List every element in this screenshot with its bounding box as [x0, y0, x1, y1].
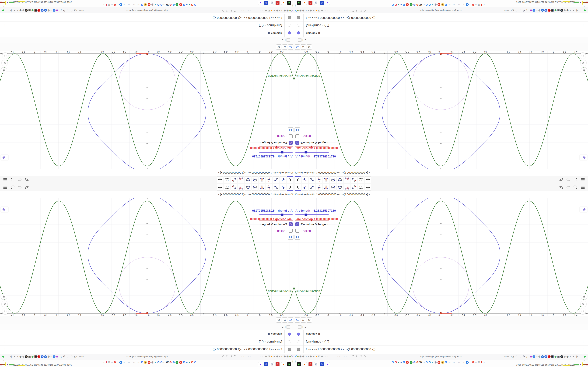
small-icon[interactable]: ◦ [346, 9, 346, 11]
arc-length-slider-handle[interactable] [280, 213, 284, 216]
tool-reflect-button[interactable] [351, 184, 357, 191]
small-icon[interactable]: G [191, 3, 193, 6]
small-icon[interactable]: ▣ [28, 9, 31, 12]
arrowleft-icon[interactable] [230, 9, 232, 12]
small-icon[interactable]: G [173, 361, 175, 364]
tool-perpendicular-line-button[interactable] [316, 176, 322, 183]
small-icon[interactable]: ● [37, 9, 40, 12]
small-icon[interactable]: ○ [461, 3, 463, 6]
small-icon[interactable]: ⚙ [308, 1, 312, 5]
graph-canvas[interactable]: -2.4-2.2-2-1.8-1.6-1.4-1.2-1-0.8-0.6-0.4… [294, 51, 588, 169]
menu-icon[interactable] [580, 185, 585, 190]
small-icon[interactable]: ○ [243, 9, 244, 11]
small-icon[interactable]: ☆ [515, 355, 518, 358]
visibility-radio[interactable] [297, 24, 300, 27]
small-icon[interactable]: 64 [320, 1, 324, 5]
small-icon[interactable]: ○ [117, 3, 119, 6]
small-icon[interactable]: Я [148, 361, 150, 364]
small-icon[interactable]: ↻ [63, 9, 65, 12]
small-icon[interactable]: ○ [104, 3, 105, 6]
extension-icons-right[interactable]: ◆A○⚙+V●Ⅲ⊕▣●◆⊕✓⚙∷ [8, 9, 58, 12]
small-icon[interactable]: ○ [131, 3, 132, 6]
tool-move-graphics-button[interactable] [365, 184, 371, 191]
small-icon[interactable]: ⊕ [31, 355, 34, 358]
small-icon[interactable]: ● [258, 362, 262, 366]
tool-circle-center-point-button[interactable] [330, 184, 336, 191]
small-icon[interactable]: G [141, 3, 143, 6]
graphics-stylebar-button[interactable] [1, 155, 9, 160]
search-icon[interactable] [573, 177, 578, 182]
tool-reflect-button[interactable] [231, 184, 237, 191]
small-icon[interactable]: Aa [511, 9, 514, 12]
small-icon[interactable]: ○ [339, 356, 340, 358]
small-icon[interactable]: ○ [126, 361, 127, 364]
shield-icon[interactable] [226, 355, 229, 358]
small-icon[interactable]: ◆ [56, 355, 58, 358]
menu-icon[interactable] [580, 177, 585, 182]
small-icon[interactable]: V [545, 355, 547, 358]
small-icon[interactable]: ⊕ [321, 9, 323, 12]
tool-move-graphics-button[interactable] [217, 184, 223, 191]
small-icon[interactable]: V [175, 3, 178, 6]
algebra-kebab-icon[interactable]: ⋮ [314, 45, 317, 49]
small-icon[interactable]: ● [155, 3, 156, 6]
small-icon[interactable]: V [41, 9, 43, 12]
tool-line-button[interactable] [273, 184, 279, 191]
small-icon[interactable]: ⊕ [302, 355, 304, 358]
small-icon[interactable]: ⊕ [284, 9, 286, 12]
url-text[interactable]: https://www.geogebra.org/classic/aagcxh3… [126, 355, 168, 358]
small-icon[interactable]: ↻ [523, 9, 525, 12]
tool-reflect-button[interactable] [351, 176, 357, 183]
small-icon[interactable]: G [413, 361, 415, 364]
visibility-radio[interactable] [297, 16, 300, 19]
small-icon[interactable]: G [392, 361, 394, 364]
small-icon[interactable]: ○ [456, 361, 457, 364]
tool-circle-center-point-button[interactable] [252, 184, 258, 191]
extension-icons-left[interactable]: V●⊕⊕◔◔⊕●⚙⊕□□ [260, 9, 293, 12]
wrench-icon[interactable] [312, 9, 315, 12]
zoom-in-button[interactable] [580, 60, 587, 66]
small-icon[interactable]: ▣ [557, 9, 560, 12]
small-icon[interactable]: ● [316, 9, 318, 12]
url-text[interactable]: https://www.geogebra.org/classic/aagcxh3… [420, 9, 462, 12]
function-input[interactable]: 1.000000000000 + cos(4.000000000000 x) ▼ [315, 192, 371, 197]
dropdown-caret-icon[interactable]: ▼ [218, 171, 220, 173]
small-icon[interactable]: ○ [469, 361, 471, 364]
small-icon[interactable]: ◦ [246, 356, 246, 358]
extension-icons-right[interactable]: ◆A○⚙+V●Ⅲ⊕▣●◆⊕✓⚙∷ [530, 9, 580, 12]
small-icon[interactable]: ○ [128, 3, 130, 6]
small-icon[interactable]: Я [438, 361, 440, 364]
small-icon[interactable]: ○ [453, 361, 455, 364]
small-icon[interactable]: ◦ [250, 9, 251, 11]
taskbar-app-icons[interactable]: ▣●⚙▤64● [258, 1, 291, 5]
small-icon[interactable]: Я [406, 3, 409, 6]
small-icon[interactable]: ● [289, 9, 291, 12]
chevron-up-icon[interactable]: ∧ [583, 5, 585, 8]
tool-angle-button[interactable]: α [344, 184, 350, 191]
small-icon[interactable]: ○ [458, 361, 460, 364]
visibility-radio[interactable] [288, 16, 291, 19]
small-icon[interactable]: ● [270, 9, 272, 12]
small-icon[interactable]: ▤ [270, 1, 274, 5]
home-button[interactable] [1, 67, 7, 73]
tool-angle-button[interactable]: α [238, 184, 244, 191]
small-icon[interactable]: A [53, 9, 55, 12]
small-icon[interactable]: ▲ [144, 361, 147, 364]
small-icon[interactable]: A [533, 9, 535, 12]
arc-position-slider-handle[interactable] [276, 146, 277, 147]
small-icon[interactable]: ⚙ [276, 362, 280, 366]
algebra-settings-button[interactable]: ⚙ [276, 44, 281, 50]
small-icon[interactable]: ✓ [17, 9, 19, 12]
small-icon[interactable]: W [419, 3, 422, 6]
small-icon[interactable]: ● [189, 361, 190, 364]
small-icon[interactable]: Aa [74, 355, 77, 358]
small-icon[interactable]: ○ [536, 355, 538, 358]
undo-icon[interactable] [24, 177, 29, 182]
small-icon[interactable]: V [291, 355, 293, 358]
tool-line-button[interactable] [273, 176, 279, 183]
algebra-settings-button[interactable]: ⚙ [276, 317, 281, 323]
small-icon[interactable]: ⊕ [276, 9, 278, 12]
algebra-tree-view-button[interactable] [295, 317, 300, 323]
small-icon[interactable]: ○ [448, 361, 450, 364]
graphics-view[interactable]: -2.4-2.2-2-1.8-1.6-1.4-1.2-1-0.8-0.6-0.4… [0, 198, 294, 316]
